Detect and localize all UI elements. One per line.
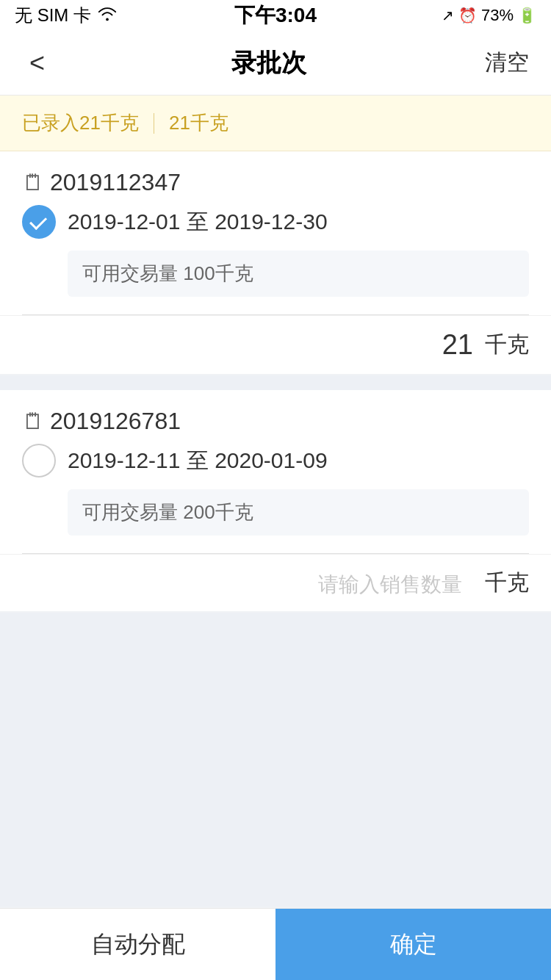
bottom-bar: 自动分配 确定 (0, 908, 551, 980)
batch2-icon: 🗒 (22, 409, 44, 434)
batch2-card: 🗒 2019126781 2019-12-11 至 2020-01-09 可用交… (0, 390, 551, 611)
batch2-date: 2019-12-11 至 2020-01-09 (68, 446, 328, 476)
batch2-qty-input[interactable] (253, 569, 473, 597)
auto-distribute-button[interactable]: 自动分配 (0, 909, 276, 980)
nav-bar: < 录批次 清空 (0, 31, 551, 96)
recorded-value: 21千克 (169, 110, 228, 136)
batch1-date-row: 2019-12-01 至 2019-12-30 (22, 205, 529, 239)
batch2-title-row: 🗒 2019126781 (22, 408, 529, 435)
batch1-number: 2019112347 (50, 169, 181, 196)
status-right: ↗ ⏰ 73% 🔋 (442, 6, 536, 25)
batch1-card: 🗒 2019112347 2019-12-01 至 2019-12-30 可用交… (0, 151, 551, 374)
wifi-icon (97, 5, 118, 26)
alarm-icon: ⏰ (458, 7, 477, 24)
batch1-input-row: 21 千克 (0, 315, 551, 374)
info-divider (154, 113, 154, 134)
batch1-inner: 🗒 2019112347 2019-12-01 至 2019-12-30 可用交… (0, 151, 551, 314)
location-icon: ↗ (442, 7, 454, 24)
clear-button[interactable]: 清空 (485, 48, 529, 78)
sim-text: 无 SIM 卡 (15, 4, 91, 27)
battery-icon: 🔋 (518, 7, 536, 24)
info-bar: 已录入21千克 21千克 (0, 96, 551, 151)
batch2-radio[interactable] (22, 444, 56, 478)
status-left: 无 SIM 卡 (15, 4, 118, 27)
batch2-date-row: 2019-12-11 至 2020-01-09 (22, 444, 529, 478)
batch1-date: 2019-12-01 至 2019-12-30 (68, 207, 328, 237)
confirm-button[interactable]: 确定 (276, 909, 551, 980)
status-time: 下午3:04 (234, 1, 317, 29)
section-separator (0, 375, 551, 390)
batch1-unit: 千克 (485, 330, 529, 360)
batch2-available: 可用交易量 200千克 (68, 489, 529, 536)
batch1-qty-value: 21 (442, 329, 473, 361)
bottom-spacer (0, 613, 551, 907)
batch1-radio[interactable] (22, 205, 56, 239)
batch2-number: 2019126781 (50, 408, 181, 435)
batch1-icon: 🗒 (22, 170, 44, 195)
batch1-title-row: 🗒 2019112347 (22, 169, 529, 196)
recorded-label: 已录入21千克 (22, 110, 139, 136)
batch1-available: 可用交易量 100千克 (68, 251, 529, 297)
nav-title: 录批次 (231, 46, 306, 80)
batch2-inner: 🗒 2019126781 2019-12-11 至 2020-01-09 可用交… (0, 390, 551, 553)
back-button[interactable]: < (22, 40, 52, 86)
batch2-input-row: 千克 (0, 554, 551, 611)
status-bar: 无 SIM 卡 下午3:04 ↗ ⏰ 73% 🔋 (0, 0, 551, 31)
battery-text: 73% (481, 6, 514, 25)
batch2-unit: 千克 (485, 568, 529, 598)
